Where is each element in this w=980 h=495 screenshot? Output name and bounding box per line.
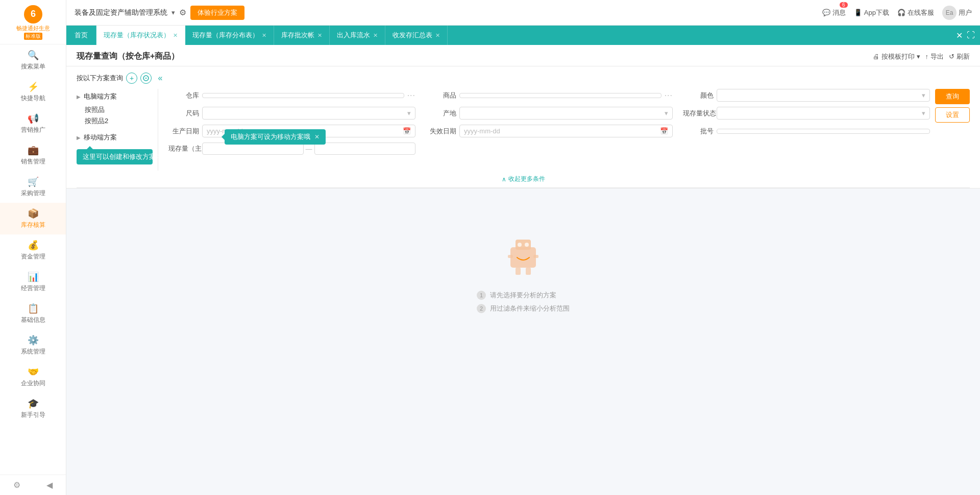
origin-select[interactable]: ▾ xyxy=(459,107,673,120)
svg-rect-9 xyxy=(516,268,521,275)
export-button[interactable]: ↑ 导出 xyxy=(925,52,944,61)
scheme-item-0[interactable]: 按照品 xyxy=(85,104,153,115)
stock-status-chevron-icon: ▾ xyxy=(922,109,925,117)
desktop-arrow-icon: ▶ xyxy=(77,94,81,100)
sidebar-item-5[interactable]: 📦 库存核算 xyxy=(0,203,66,234)
tooltip2-text: 这里可以创建和修改方案哦 xyxy=(83,152,162,161)
tooltip-create-scheme: 这里可以创建和修改方案哦 ✕ xyxy=(77,149,153,164)
color-select[interactable]: ▾ xyxy=(717,89,930,102)
sidebar-item-7[interactable]: 📊 经营管理 xyxy=(0,266,66,298)
tabs-bar: 首页 现存量（库存状况表） ✕ 现存量（库存分布表） ✕ 库存批次帐 ✕ 出入库… xyxy=(66,26,980,45)
tab-label-1: 现存量（库存分布表） xyxy=(192,31,259,40)
sidebar-item-6[interactable]: 💰 资金管理 xyxy=(0,234,66,266)
notification-item[interactable]: 💬 消息 6 xyxy=(822,8,846,17)
industry-solution-button[interactable]: 体验行业方案 xyxy=(190,6,244,20)
tab-home[interactable]: 首页 xyxy=(66,26,96,45)
tab-close-4[interactable]: ✕ xyxy=(435,32,440,39)
field-stock-status: 现存量状态 ▾ xyxy=(683,107,930,120)
tooltip1-text: 电脑方案可设为移动方案哦 xyxy=(231,132,310,142)
stock-main-to[interactable] xyxy=(314,143,416,155)
scheme-item-1[interactable]: 按照品2 xyxy=(85,115,153,127)
page-title: 现存量查询（按仓库+商品） xyxy=(77,51,179,62)
color-label: 颜色 xyxy=(683,91,714,100)
sidebar-item-1[interactable]: ⚡ 快捷导航 xyxy=(0,76,66,108)
warehouse-dots[interactable]: ··· xyxy=(407,91,415,100)
filter-edit-button[interactable] xyxy=(140,73,152,84)
tab-item-0[interactable]: 现存量（库存状况表） ✕ xyxy=(96,26,185,45)
sidebar-item-0[interactable]: 🔍 搜索菜单 xyxy=(0,44,66,76)
filter-add-button[interactable]: + xyxy=(126,73,137,84)
search-button[interactable]: 查询 xyxy=(935,89,970,104)
tooltip2-close[interactable]: ✕ xyxy=(166,153,172,160)
mobile-scheme-header[interactable]: ▶ 移动端方案 xyxy=(77,132,153,143)
sidebar-icon-6: 💰 xyxy=(28,240,39,251)
sidebar-item-2[interactable]: 📢 营销推广 xyxy=(0,108,66,139)
stock-status-select[interactable]: ▾ xyxy=(717,107,930,120)
sidebar-item-3[interactable]: 💼 销售管理 xyxy=(0,139,66,171)
tab-action-expand-icon[interactable]: ⛶ xyxy=(967,31,975,40)
svg-rect-7 xyxy=(508,255,513,258)
svg-rect-8 xyxy=(533,255,538,258)
mobile-scheme-label: 移动端方案 xyxy=(84,133,117,142)
sidebar-item-11[interactable]: 🎓 新手引导 xyxy=(0,393,66,425)
size-select[interactable]: ▾ xyxy=(202,107,415,120)
empty-step-2: 2 用过滤条件来缩小分析范围 xyxy=(477,304,570,313)
settings-footer-icon[interactable]: ⚙ xyxy=(13,480,20,490)
user-item[interactable]: Ea 用户 xyxy=(942,6,972,20)
tab-close-0[interactable]: ✕ xyxy=(173,32,178,39)
svg-text:6: 6 xyxy=(30,9,35,19)
tab-label-3: 出入库流水 xyxy=(337,31,370,40)
sidebar-label-9: 系统管理 xyxy=(21,347,45,356)
notification-label: 消息 xyxy=(832,8,846,17)
sidebar-label-4: 采购管理 xyxy=(21,189,45,198)
tab-close-1[interactable]: ✕ xyxy=(262,32,266,39)
page-actions: 🖨 按模板打印 ▾ ↑ 导出 ↺ 刷新 xyxy=(873,52,970,61)
reset-button[interactable]: 设置 xyxy=(935,107,970,123)
expiry-date-input[interactable]: yyyy-mm-dd 📅 xyxy=(459,125,673,137)
collapse-bar[interactable]: ∧ 收起更多条件 xyxy=(77,171,970,188)
field-color: 颜色 ▾ xyxy=(683,89,930,102)
sidebar-item-8[interactable]: 📋 基础信息 xyxy=(0,298,66,329)
tab-close-3[interactable]: ✕ xyxy=(373,32,378,39)
tab-item-4[interactable]: 收发存汇总表 ✕ xyxy=(385,26,448,45)
refresh-button[interactable]: ↺ 刷新 xyxy=(949,52,970,61)
template-print-button[interactable]: 🖨 按模板打印 ▾ xyxy=(873,52,920,61)
tab-action-close-icon[interactable]: ✕ xyxy=(956,31,963,40)
system-dropdown[interactable]: ▾ xyxy=(172,9,175,16)
app-download-item[interactable]: 📱 App下载 xyxy=(854,8,889,17)
tooltip1-close[interactable]: ✕ xyxy=(314,133,320,140)
desktop-scheme-header[interactable]: ▶ 电脑端方案 xyxy=(77,91,153,102)
sidebar: 6 畅捷通好生意 标准版 🔍 搜索菜单 ⚡ 快捷导航 📢 营销推广 💼 销售管理… xyxy=(0,0,66,495)
sidebar-label-8: 基础信息 xyxy=(21,316,45,324)
tab-close-2[interactable]: ✕ xyxy=(317,32,322,39)
sidebar-icon-7: 📊 xyxy=(28,271,39,282)
product-dots[interactable]: ··· xyxy=(665,91,673,100)
field-product: 商品 ··· xyxy=(426,89,673,102)
tab-item-3[interactable]: 出入库流水 ✕ xyxy=(330,26,385,45)
expiry-date-label: 失效日期 xyxy=(426,127,456,136)
product-input[interactable] xyxy=(459,93,662,98)
tab-item-2[interactable]: 库存批次帐 ✕ xyxy=(274,26,330,45)
tab-item-1[interactable]: 现存量（库存分布表） ✕ xyxy=(185,26,274,45)
sidebar-item-9[interactable]: ⚙️ 系统管理 xyxy=(0,329,66,361)
batch-number-label: 批号 xyxy=(683,127,714,136)
app-logo-tag: 标准版 xyxy=(24,33,42,40)
collapse-sidebar-icon[interactable]: ◀ xyxy=(46,480,53,490)
filter-back-button[interactable]: « xyxy=(155,73,166,84)
batch-number-input[interactable] xyxy=(717,129,930,134)
sidebar-item-10[interactable]: 🤝 企业协同 xyxy=(0,361,66,393)
warehouse-input[interactable] xyxy=(202,93,404,98)
export-label: 导出 xyxy=(930,52,944,61)
field-size: 尺码 ▾ xyxy=(168,107,415,120)
product-label: 商品 xyxy=(426,91,456,100)
sidebar-label-7: 经营管理 xyxy=(21,284,45,293)
sidebar-label-1: 快捷导航 xyxy=(21,94,45,103)
online-support-item[interactable]: 🎧 在线客服 xyxy=(897,8,934,17)
sidebar-menu: 🔍 搜索菜单 ⚡ 快捷导航 📢 营销推广 💼 销售管理 🛒 采购管理 📦 库存核… xyxy=(0,44,66,475)
empty-steps: 1 请先选择要分析的方案 2 用过滤条件来缩小分析范围 xyxy=(477,291,570,313)
sidebar-item-4[interactable]: 🛒 采购管理 xyxy=(0,171,66,203)
user-label: 用户 xyxy=(959,8,972,17)
tab-label-4: 收发存汇总表 xyxy=(393,31,432,40)
topbar-gear-icon[interactable]: ⚙ xyxy=(179,8,186,17)
svg-rect-10 xyxy=(526,268,531,275)
